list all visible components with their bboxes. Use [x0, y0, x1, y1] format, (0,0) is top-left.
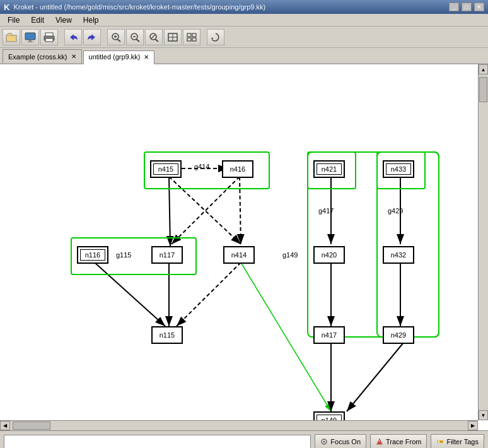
node-n421[interactable]: n421	[313, 160, 345, 178]
titlebar: K Kroket - untitled (/home/gold/misc/src…	[0, 0, 488, 14]
svg-rect-1	[25, 33, 35, 40]
node-n432-label: n432	[391, 251, 406, 259]
node-n421-label: n421	[322, 165, 337, 173]
node-n432[interactable]: n432	[383, 246, 414, 264]
node-n414-label: n414	[231, 251, 247, 259]
titlebar-controls[interactable]: _ □ ✕	[449, 3, 484, 11]
zoom-in-button[interactable]	[107, 29, 125, 45]
node-n429[interactable]: n429	[383, 326, 414, 344]
svg-point-44	[323, 440, 325, 442]
svg-line-9	[117, 39, 120, 42]
close-button[interactable]: ✕	[474, 3, 484, 11]
forward-button[interactable]	[83, 29, 101, 45]
node-n116[interactable]: n116	[77, 246, 108, 264]
node-n415[interactable]: n415	[150, 160, 182, 178]
tab-grp9-close[interactable]: ✕	[144, 54, 149, 61]
label-g149: g149	[282, 251, 298, 259]
node-n116-label: n116	[85, 251, 100, 259]
menu-view[interactable]: View	[50, 15, 77, 26]
back-button[interactable]	[64, 29, 82, 45]
node-n149[interactable]: n149	[313, 411, 345, 420]
svg-rect-23	[187, 38, 191, 41]
filter-tags-label: Filter Tags	[446, 438, 479, 445]
tab-cross-close[interactable]: ✕	[71, 53, 76, 60]
trace-from-icon	[376, 438, 383, 445]
menu-help[interactable]: Help	[78, 15, 104, 26]
zoom-out-button[interactable]	[126, 29, 144, 45]
print-button[interactable]	[40, 29, 58, 45]
tab-cross[interactable]: Example (cross.kk) ✕	[3, 49, 82, 63]
trace-from-button[interactable]: Trace From	[370, 434, 427, 449]
titlebar-left: K Kroket - untitled (/home/gold/misc/src…	[4, 3, 265, 12]
svg-rect-0	[6, 35, 16, 42]
svg-rect-45	[378, 442, 381, 444]
node-n117-label: n117	[160, 251, 175, 259]
tabbar: Example (cross.kk) ✕ untitled (grp9.kk) …	[0, 48, 488, 64]
filter-tags-icon	[436, 438, 444, 445]
node-n416-label: n416	[230, 165, 245, 173]
menu-file[interactable]: File	[3, 15, 25, 26]
grid-button[interactable]	[183, 29, 200, 45]
menubar: File Edit View Help	[0, 14, 488, 27]
trace-from-label: Trace From	[386, 438, 421, 445]
node-n417-label: n417	[322, 331, 337, 339]
svg-rect-22	[192, 33, 196, 37]
svg-rect-24	[192, 38, 196, 41]
scroll-left-button[interactable]: ◀	[0, 421, 10, 430]
svg-line-42	[347, 343, 404, 411]
search-input[interactable]	[4, 435, 311, 449]
label-g417: g417	[318, 207, 334, 215]
titlebar-title: Kroket - untitled (/home/gold/misc/src/k…	[13, 3, 265, 11]
app-icon: K	[4, 3, 9, 12]
node-n115[interactable]: n115	[151, 326, 183, 344]
node-n420-label: n420	[322, 251, 337, 259]
svg-point-47	[438, 440, 440, 442]
vertical-scrollbar[interactable]: ▲ ▼	[478, 64, 488, 420]
svg-rect-21	[187, 33, 191, 37]
node-n429-label: n429	[391, 331, 406, 339]
tab-cross-label: Example (cross.kk)	[8, 53, 67, 61]
maximize-button[interactable]: □	[462, 3, 472, 11]
label-g115: g115	[116, 251, 131, 259]
label-g429: g429	[388, 207, 403, 215]
horizontal-scrollbar[interactable]: ◀ ▶	[0, 420, 478, 430]
menu-edit[interactable]: Edit	[26, 15, 49, 26]
tab-grp9-label: untitled (grp9.kk)	[89, 53, 141, 61]
svg-line-16	[155, 39, 158, 42]
node-n433-label: n433	[391, 165, 406, 173]
focus-on-button[interactable]: Focus On	[315, 434, 366, 449]
tab-grp9[interactable]: untitled (grp9.kk) ✕	[83, 50, 155, 64]
node-n416[interactable]: n416	[222, 160, 253, 178]
main-canvas: n415 n416 n421 n433 n116 n117 n414	[0, 64, 488, 430]
filter-tags-button[interactable]: Filter Tags	[431, 434, 484, 449]
scroll-down-button[interactable]: ▼	[479, 410, 488, 420]
node-n117[interactable]: n117	[151, 246, 183, 264]
node-n433[interactable]: n433	[383, 160, 414, 178]
node-n417[interactable]: n417	[313, 326, 345, 344]
node-n414[interactable]: n414	[223, 246, 255, 264]
svg-point-7	[52, 37, 53, 38]
zoom-fit-button[interactable]	[145, 29, 163, 45]
focus-on-label: Focus On	[330, 438, 361, 445]
scroll-thumb-horizontal[interactable]	[13, 421, 50, 430]
minimize-button[interactable]: _	[449, 3, 459, 11]
label-g414: g414	[194, 163, 209, 170]
group-g429-big	[376, 151, 439, 338]
svg-rect-6	[45, 38, 53, 42]
svg-line-13	[136, 39, 139, 42]
scroll-thumb-vertical[interactable]	[479, 77, 487, 102]
node-n420[interactable]: n420	[313, 246, 345, 264]
svg-line-17	[151, 35, 155, 38]
scroll-up-button[interactable]: ▲	[479, 64, 488, 74]
graph-canvas[interactable]: n415 n416 n421 n433 n116 n117 n414	[0, 64, 478, 420]
scroll-right-button[interactable]: ▶	[468, 421, 478, 430]
node-n415-label: n415	[158, 165, 173, 173]
toolbar	[0, 27, 488, 48]
bottombar: Focus On Trace From Filter Tags	[0, 430, 488, 448]
svg-rect-2	[29, 40, 32, 42]
display-button[interactable]	[21, 29, 39, 45]
open-button[interactable]	[3, 29, 20, 45]
fit-all-button[interactable]	[164, 29, 182, 45]
refresh-button[interactable]	[207, 29, 224, 45]
node-n115-label: n115	[160, 331, 175, 339]
